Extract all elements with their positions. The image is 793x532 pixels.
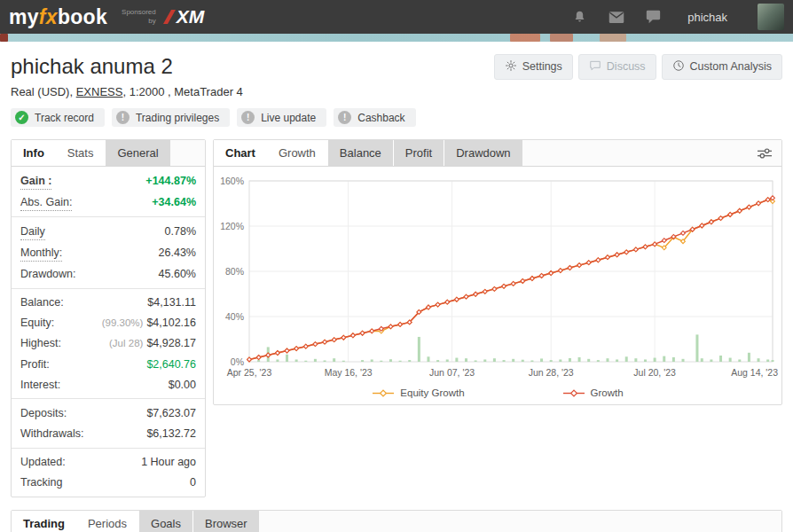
envelope-icon[interactable] bbox=[608, 11, 624, 24]
stats-list: Gain :+144.87%Abs. Gain:+34.64%Daily0.78… bbox=[12, 167, 205, 497]
stat-withdrawals: Withdrawals:$6,132.72 bbox=[20, 423, 196, 443]
discuss-button[interactable]: Discuss bbox=[578, 54, 656, 80]
badge-trading-privileges[interactable]: !Trading privileges bbox=[112, 108, 230, 127]
speech-bubble-icon bbox=[589, 59, 601, 74]
svg-text:Jun 28, '23: Jun 28, '23 bbox=[529, 367, 574, 378]
svg-text:120%: 120% bbox=[220, 221, 244, 231]
info-panel-tabs: InfoStatsGeneral bbox=[12, 140, 205, 167]
stat-daily: Daily0.78% bbox=[20, 221, 196, 242]
account-type-label: Real (USD), bbox=[11, 85, 76, 98]
svg-text:Aug 14, '23: Aug 14, '23 bbox=[731, 367, 778, 378]
tab-stats[interactable]: Stats bbox=[56, 140, 106, 166]
svg-text:0%: 0% bbox=[231, 356, 244, 367]
tab-info[interactable]: Info bbox=[12, 140, 56, 166]
tab-growth[interactable]: Growth bbox=[267, 140, 327, 166]
chart-legend: Equity GrowthGrowth bbox=[214, 387, 781, 404]
svg-text:May 16, '23: May 16, '23 bbox=[325, 367, 373, 378]
exclamation-icon: ! bbox=[338, 111, 351, 124]
page-title: phichak anuma 2 bbox=[11, 54, 173, 79]
ad-banner-strip[interactable] bbox=[0, 34, 793, 42]
stat-gain: Gain :+144.87% bbox=[20, 170, 196, 192]
stat-interest: Interest:$0.00 bbox=[20, 374, 196, 395]
stat-abs-gain: Abs. Gain:+34.64% bbox=[20, 192, 196, 213]
sponsored-by-label: Sponsoredby bbox=[122, 8, 156, 25]
svg-text:Jul 20, '23: Jul 20, '23 bbox=[633, 367, 676, 378]
growth-chart[interactable]: 0%40%80%120%160%Apr 25, '23May 16, '23Ju… bbox=[216, 170, 780, 383]
periods-panel: TradingPeriodsGoalsBrowser i Gain (Diffe… bbox=[11, 510, 782, 532]
chat-icon[interactable] bbox=[646, 10, 661, 24]
exclamation-icon: ! bbox=[241, 111, 255, 124]
myfxbook-logo[interactable]: myfxbook bbox=[9, 7, 107, 27]
tab-drawdown[interactable]: Drawdown bbox=[444, 140, 522, 166]
tab-trading[interactable]: Trading bbox=[12, 511, 76, 532]
check-icon: ✓ bbox=[15, 111, 28, 124]
badge-track-record[interactable]: ✓Track record bbox=[11, 108, 105, 127]
username[interactable]: phichak bbox=[687, 11, 727, 24]
tab-goals[interactable]: Goals bbox=[138, 511, 192, 532]
periods-panel-tabs: TradingPeriodsGoalsBrowser bbox=[12, 511, 781, 532]
badge-cashback[interactable]: !Cashback bbox=[334, 108, 415, 127]
stat-monthly: Monthly:26.43% bbox=[20, 242, 196, 263]
svg-text:40%: 40% bbox=[225, 311, 244, 322]
legend-equity-growth[interactable]: Equity Growth bbox=[372, 387, 464, 398]
legend-marker-icon bbox=[562, 389, 585, 397]
tab-profit[interactable]: Profit bbox=[393, 140, 444, 166]
svg-text:160%: 160% bbox=[220, 176, 244, 186]
legend-growth[interactable]: Growth bbox=[562, 387, 624, 398]
stat-tracking: Tracking0 bbox=[20, 473, 196, 493]
account-subtitle: Real (USD), EXNESS, 1:2000 , MetaTrader … bbox=[11, 85, 782, 98]
stat-highest: Highest:(Jul 28)$4,928.17 bbox=[20, 333, 196, 354]
tab-periods[interactable]: Periods bbox=[76, 511, 138, 532]
stat-equity: Equity:(99.30%)$4,102.16 bbox=[20, 313, 196, 333]
xm-mark-icon bbox=[162, 9, 177, 25]
svg-text:Apr 25, '23: Apr 25, '23 bbox=[227, 367, 272, 378]
banner-fragment bbox=[510, 34, 540, 42]
stat-balance: Balance:$4,131.11 bbox=[20, 293, 196, 313]
stat-profit: Profit:$2,640.76 bbox=[20, 354, 196, 374]
title-actions: SettingsDiscussCustom Analysis bbox=[494, 54, 782, 80]
svg-text:80%: 80% bbox=[225, 266, 244, 277]
tab-balance[interactable]: Balance bbox=[327, 140, 393, 166]
banner-fragment bbox=[550, 34, 573, 42]
xm-logo[interactable]: XM bbox=[162, 6, 205, 27]
banner-fragment bbox=[600, 34, 626, 42]
settings-button[interactable]: Settings bbox=[494, 54, 573, 80]
gear-icon bbox=[505, 59, 517, 74]
info-panel: InfoStatsGeneral Gain :+144.87%Abs. Gain… bbox=[11, 139, 206, 497]
clock-icon bbox=[672, 59, 685, 74]
chart-panel: ChartGrowthBalanceProfitDrawdown 0%40%80… bbox=[213, 139, 782, 405]
tab-browser[interactable]: Browser bbox=[192, 511, 259, 532]
bell-icon[interactable] bbox=[572, 10, 587, 25]
verification-badges: ✓Track record!Trading privileges!Live up… bbox=[11, 108, 782, 127]
legend-marker-icon bbox=[372, 389, 395, 397]
custom-analysis-button[interactable]: Custom Analysis bbox=[662, 54, 782, 80]
stat-deposits: Deposits:$7,623.07 bbox=[20, 403, 196, 423]
leverage-platform-label: , 1:2000 , MetaTrader 4 bbox=[122, 85, 242, 98]
banner-fragment bbox=[0, 34, 8, 42]
tab-general[interactable]: General bbox=[105, 140, 169, 166]
sliders-icon[interactable] bbox=[748, 140, 781, 166]
stat-updated: Updated:1 Hour ago bbox=[20, 452, 196, 473]
badge-live-update[interactable]: !Live update bbox=[237, 108, 326, 127]
broker-link[interactable]: EXNESS bbox=[76, 85, 123, 98]
chart-panel-tabs: ChartGrowthBalanceProfitDrawdown bbox=[214, 140, 781, 167]
avatar[interactable] bbox=[758, 4, 784, 30]
exclamation-icon: ! bbox=[116, 111, 130, 124]
tab-chart[interactable]: Chart bbox=[214, 140, 267, 166]
stat-drawdown: Drawdown:45.60% bbox=[20, 264, 196, 285]
svg-text:Jun 07, '23: Jun 07, '23 bbox=[429, 367, 475, 378]
topbar: myfxbook Sponsoredby XM phichak bbox=[0, 0, 793, 34]
